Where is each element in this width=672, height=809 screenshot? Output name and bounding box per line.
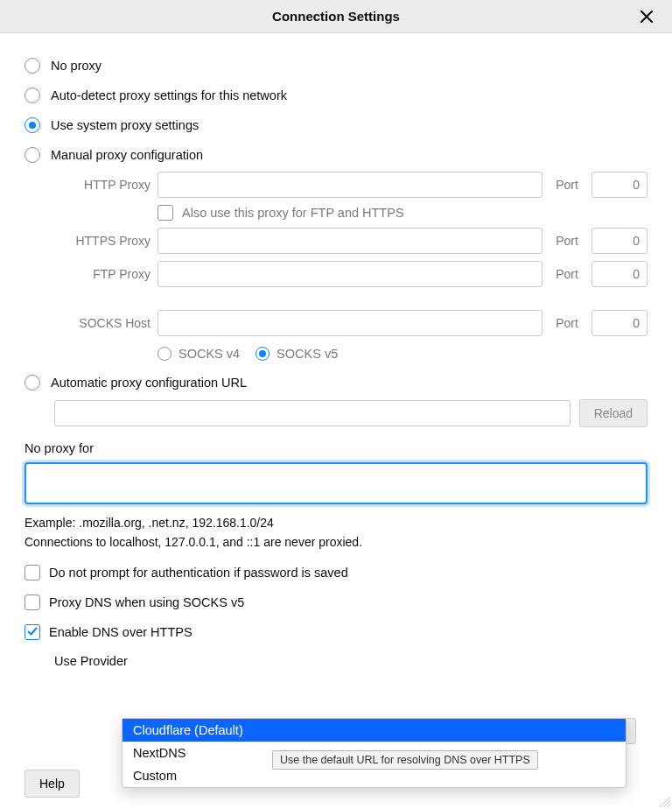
radio-auto-detect[interactable] <box>24 88 40 103</box>
https-port-label: Port <box>550 234 584 248</box>
provider-tooltip: Use the default URL for resolving DNS ov… <box>272 750 538 770</box>
checkbox-also-use-proxy[interactable] <box>158 205 173 221</box>
no-proxy-for-label: No proxy for <box>24 441 648 455</box>
radio-no-proxy-label: No proxy <box>51 59 102 73</box>
http-proxy-input[interactable] <box>158 172 542 198</box>
radio-no-proxy[interactable] <box>24 58 40 74</box>
checkbox-enable-doh-label: Enable DNS over HTTPS <box>49 625 192 639</box>
checkbox-enable-doh[interactable] <box>24 624 40 640</box>
dialog-title: Connection Settings <box>272 9 400 24</box>
radio-auto-pac[interactable] <box>24 375 40 390</box>
radio-socks-v5[interactable] <box>256 347 270 361</box>
ftp-proxy-input[interactable] <box>158 261 542 287</box>
radio-manual-proxy[interactable] <box>24 147 40 163</box>
checkbox-proxy-dns-socks5-label: Proxy DNS when using SOCKS v5 <box>49 595 244 609</box>
radio-auto-pac-label: Automatic proxy configuration URL <box>51 376 247 390</box>
checkbox-no-auth-prompt[interactable] <box>24 565 40 580</box>
help-button[interactable]: Help <box>24 770 80 798</box>
radio-system-proxy[interactable] <box>24 117 40 133</box>
provider-option-cloudflare[interactable]: Cloudflare (Default) <box>122 719 626 742</box>
ftp-proxy-label: FTP Proxy <box>54 267 150 281</box>
https-port-input[interactable] <box>592 228 648 254</box>
radio-manual-proxy-label: Manual proxy configuration <box>51 148 203 162</box>
pac-url-input[interactable] <box>54 400 570 426</box>
http-port-input[interactable] <box>592 172 648 198</box>
svg-line-1 <box>663 800 670 807</box>
socks-port-input[interactable] <box>592 310 648 336</box>
no-proxy-example: Example: .mozilla.org, .net.nz, 192.168.… <box>24 516 648 530</box>
radio-socks-v4[interactable] <box>158 347 172 361</box>
https-proxy-label: HTTPS Proxy <box>54 234 150 248</box>
svg-line-2 <box>667 804 670 807</box>
socks-host-input[interactable] <box>158 310 542 336</box>
https-proxy-input[interactable] <box>158 228 542 254</box>
reload-button[interactable]: Reload <box>579 399 648 427</box>
http-port-label: Port <box>550 178 584 192</box>
socks-host-label: SOCKS Host <box>54 316 150 330</box>
radio-auto-detect-label: Auto-detect proxy settings for this netw… <box>51 88 287 102</box>
no-proxy-note: Connections to localhost, 127.0.0.1, and… <box>24 535 648 549</box>
http-proxy-label: HTTP Proxy <box>54 178 150 192</box>
ftp-port-input[interactable] <box>592 261 648 287</box>
checkbox-proxy-dns-socks5[interactable] <box>24 594 40 610</box>
use-provider-label: Use Provider <box>54 654 128 668</box>
checkbox-no-auth-prompt-label: Do not prompt for authentication if pass… <box>49 566 348 580</box>
socks-port-label: Port <box>550 316 584 330</box>
ftp-port-label: Port <box>550 267 584 281</box>
checkbox-also-use-proxy-label: Also use this proxy for FTP and HTTPS <box>182 206 404 220</box>
close-icon[interactable] <box>637 7 656 26</box>
radio-socks-v5-label: SOCKS v5 <box>276 347 338 361</box>
radio-socks-v4-label: SOCKS v4 <box>178 347 240 361</box>
no-proxy-for-input[interactable] <box>24 462 648 504</box>
resize-grip-icon[interactable] <box>656 793 670 807</box>
radio-system-proxy-label: Use system proxy settings <box>51 118 199 132</box>
